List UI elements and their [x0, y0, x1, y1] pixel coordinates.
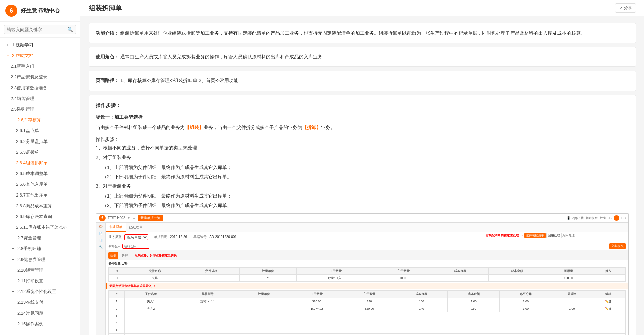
- plus-icon: +: [5, 43, 10, 47]
- share-button[interactable]: ↗ 分享: [615, 3, 636, 13]
- search-icon[interactable]: 🔍: [67, 27, 73, 32]
- mock-avatar: [614, 215, 619, 221]
- sidebar-item-online-pay[interactable]: + 2.13在线支付: [0, 297, 80, 308]
- intro-label: 功能介绍：: [96, 30, 119, 36]
- mock-upper-table: # 父件名称 父件规格 计量单位 主干数量 主干数量 成本金额 成本金额: [108, 267, 626, 282]
- sidebar-item-cost-reset[interactable]: 2.6.8商品成本重算: [0, 201, 80, 211]
- search-input[interactable]: [7, 27, 67, 32]
- mock-lth-process: 处理M: [552, 291, 592, 298]
- mock-lower-table: # 子件名称 规格型号 计量单位 主干数量 主干数量 成本金额 成本金额: [108, 290, 626, 335]
- step1: 1、根据不同的业务，选择不同单据的类型来处理: [96, 144, 629, 152]
- search-box[interactable]: 🔍: [4, 25, 76, 34]
- sidebar-item-coupon[interactable]: + 2.9优惠券管理: [0, 254, 80, 265]
- mock-ops-label2: 启用处理: [562, 233, 575, 238]
- mock-warehouse-input[interactable]: [122, 244, 149, 249]
- mock-disassemble-btn[interactable]: 拆卸: [120, 252, 130, 259]
- mock-id-label: 单据编号: [193, 234, 207, 240]
- plus-icon-cases: +: [11, 322, 15, 326]
- mock-upper-table-header: # 父件名称 父件规格 计量单位 主干数量 主干数量 成本金额 成本金额: [109, 267, 626, 274]
- sidebar-item-other-out[interactable]: 2.6.7其他出库单: [0, 190, 80, 201]
- mock-assemble-btn[interactable]: 组装: [108, 252, 118, 258]
- mock-nav-text2: 初始提醒: [586, 215, 598, 221]
- mock-lth-share: 惠平分摊: [500, 291, 552, 298]
- mock-th-cost2: 成本金额: [488, 267, 545, 274]
- sidebar-item-stock[interactable]: − 2.6库存核算: [0, 115, 80, 125]
- sidebar-item-data[interactable]: 2.3使用前数据准备: [0, 82, 80, 93]
- sidebar-item-cases[interactable]: + 2.15操作案例: [0, 319, 80, 329]
- nav-section: + 1.视频学习 − 2.帮助文档 2.1新手入门 2.2产品安装及登录 2.3…: [0, 38, 80, 331]
- mock-logo: 6: [99, 215, 106, 221]
- sidebar-item-video[interactable]: + 1.视频学习: [0, 40, 80, 50]
- mock-tab-done[interactable]: 已处理单: [126, 223, 146, 232]
- mock-td-unit: 个: [240, 275, 297, 282]
- path-text: 1、库存核算->库存管理->组装拆卸单 2、首页->常用功能: [120, 78, 238, 83]
- table-row: 1 夹具 个 数量1-+入L 10.00: [109, 275, 626, 282]
- logo-icon: 6: [5, 5, 17, 17]
- mock-nav-right: 📱 App下载 初始提醒 帮助中心 CC: [567, 215, 626, 221]
- mock-lth-num: #: [109, 291, 125, 298]
- mock-td-avail: 100.00: [545, 275, 591, 282]
- mock-new-btn[interactable]: 新建单据一览: [138, 215, 163, 221]
- sidebar-item-sales[interactable]: 2.4销售管理: [0, 93, 80, 104]
- mock-confirm-btn[interactable]: 立案提交: [609, 243, 626, 249]
- mock-type-label: 业务类型: [108, 234, 122, 240]
- mock-lth-cost1: 成本金额: [395, 291, 447, 298]
- table-row: 5: [109, 326, 626, 333]
- mock-tab-new[interactable]: 未处理单: [106, 223, 126, 232]
- sidebar-item-cost-adjust[interactable]: 2.6.5成本调整单: [0, 168, 80, 179]
- sidebar-item-print[interactable]: + 2.11打印设置: [0, 276, 80, 286]
- mock-lth-name: 子件名称: [125, 291, 177, 298]
- sidebar-item-custom[interactable]: + 2.12系统个性化设置: [0, 286, 80, 297]
- mock-lth-qty2: 主干数量: [343, 291, 395, 298]
- mock-app: 6 TEST-H002 ▼ ⚙ 新建单据一览 📱 App下载 初始提醒 帮助中心: [96, 213, 629, 335]
- mock-type-select[interactable]: 组装单据: [124, 234, 148, 240]
- sidebar-item-install[interactable]: 2.2产品安装及登录: [0, 72, 80, 82]
- sidebar-item-mobile[interactable]: + 2.8手机旺铺: [0, 243, 80, 254]
- sidebar-item-faq[interactable]: + 2.14常见问题: [0, 308, 80, 319]
- sidebar-item-purchase[interactable]: 2.5采购管理: [0, 104, 80, 115]
- mock-sidebar-icons: 🏠 📄 📊 🔧: [96, 223, 106, 335]
- mock-lower-arrow: ↑: [154, 283, 155, 289]
- step2-sub1: （1）上部明细为父件明细，最终作为产成品生成其它入库单；: [102, 163, 629, 172]
- sidebar-item-other-in[interactable]: 2.6.6其他入库单: [0, 179, 80, 190]
- mock-lower-annotation: 无固定活页卡组装单在这里录入: [109, 283, 152, 289]
- sidebar-item-stock-check[interactable]: 2.6.9库存账本查询: [0, 211, 80, 222]
- mock-th-ops: 操作: [591, 267, 626, 274]
- mock-main-content: 未处理单 已处理单 业务类型 组装单据 单据日期: [106, 223, 628, 335]
- step2-sub2: （2）下部明细为子件明细，最终作为原材料生成其它出库单。: [102, 173, 629, 181]
- mock-nav-bar: 6 TEST-H002 ▼ ⚙ 新建单据一览 📱 App下载 初始提醒 帮助中心: [96, 214, 628, 223]
- sidebar-item-stock-error[interactable]: 2.6.10库存账本错了怎么办: [0, 222, 80, 233]
- step3-sub2: （2）下部明细为子件明细，最终作为产成品生成其它入库单。: [102, 201, 629, 210]
- sidebar: 6 好生意 帮助中心 🔍 + 1.视频学习 − 2.帮助文档 2.1新手入门 2…: [0, 0, 80, 335]
- sidebar-item-assembly[interactable]: 2.6.4组装拆卸单: [0, 158, 80, 168]
- ops-title: 操作步骤：: [96, 101, 629, 110]
- sidebar-item-operation[interactable]: + 2.10经营管理: [0, 265, 80, 276]
- sidebar-item-newbie[interactable]: 2.1新手入门: [0, 61, 80, 72]
- mock-nav-left: 6 TEST-H002 ▼ ⚙ 新建单据一览: [99, 215, 163, 221]
- step3-sublist: （1）上部明细为父件明细，最终作为原材料生成其它出库单； （2）下部明细为子件明…: [96, 192, 629, 210]
- mock-select-list-btn[interactable]: 选择装配清单: [524, 233, 546, 238]
- screenshot-container: 6 TEST-H002 ▼ ⚙ 新建单据一览 📱 App下载 初始提醒 帮助中心: [96, 213, 629, 335]
- mock-icon-doc: 📄: [99, 231, 103, 236]
- mock-scene-annotation: 组装业务、拆卸业务在这里切换: [135, 253, 177, 258]
- sidebar-item-docs[interactable]: − 2.帮助文档: [0, 50, 80, 61]
- page-title: 组装拆卸单: [89, 4, 122, 13]
- mock-th-num: #: [109, 267, 126, 274]
- intro-card: 功能介绍： 组装拆卸单用来处理企业组装或拆卸等加工业务，支持有固定装配清单的产品…: [89, 23, 636, 43]
- mock-lth-spec: 规格型号: [177, 291, 238, 298]
- plus-icon-operation: +: [11, 268, 15, 273]
- sidebar-item-split-inventory[interactable]: 2.6.2分量盘点单: [0, 136, 80, 147]
- sidebar-item-inventory[interactable]: 2.6.1盘点单: [0, 125, 80, 136]
- mock-username: CC: [621, 215, 626, 221]
- mock-ops-btn[interactable]: 启用处理: [546, 233, 562, 238]
- mock-nav-text3: 帮助中心: [600, 215, 612, 221]
- sidebar-item-finance[interactable]: + 2.7资金管理: [0, 233, 80, 243]
- mock-tabs-row: 未处理单 已处理单: [106, 223, 628, 232]
- mock-th-cost1: 成本金额: [432, 267, 488, 274]
- mock-lth-edit: 编辑: [592, 291, 625, 298]
- table-row: 3: [109, 312, 626, 319]
- mock-td-qty1: 数量1-+入L: [297, 275, 375, 282]
- step2-sublist: （1）上部明细为父件明细，最终作为产成品生成其它入库单； （2）下部明细为子件明…: [96, 163, 629, 181]
- sidebar-item-adjustment[interactable]: 2.6.3调拨单: [0, 147, 80, 158]
- mock-td-cost2: [488, 275, 545, 282]
